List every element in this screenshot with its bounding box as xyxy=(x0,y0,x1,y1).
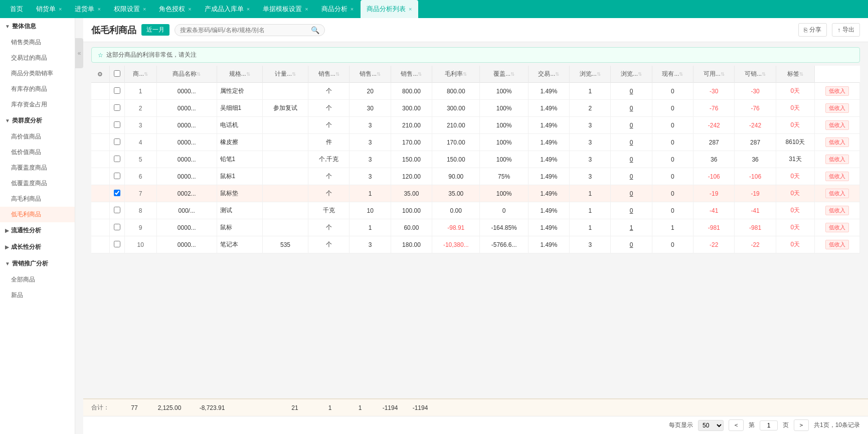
sidebar-item-sales-products[interactable]: 销售类商品 xyxy=(0,35,75,50)
row-view1[interactable]: 0 xyxy=(611,117,652,134)
nav-permission[interactable]: 权限设置 × xyxy=(108,0,152,18)
per-page-select[interactable]: 50 100 200 xyxy=(698,420,724,431)
row-checkbox[interactable] xyxy=(109,185,124,202)
prev-page-button[interactable]: ＜ xyxy=(729,419,744,431)
row-number: 3 xyxy=(124,117,156,134)
search-icon[interactable]: 🔍 xyxy=(311,26,319,34)
col-trade[interactable]: 交易...⇅ xyxy=(528,66,569,83)
close-icon[interactable]: × xyxy=(188,6,191,12)
row-view1[interactable]: 1 xyxy=(611,219,652,236)
col-current-stock[interactable]: 现有...⇅ xyxy=(652,66,693,83)
row-checkbox[interactable] xyxy=(109,134,124,151)
row-checkbox[interactable] xyxy=(109,168,124,185)
export-button[interactable]: ↑ 导出 xyxy=(832,23,860,37)
row-checkbox[interactable] xyxy=(109,219,124,236)
close-icon[interactable]: × xyxy=(97,6,100,12)
sidebar-item-traded-products[interactable]: 交易过的商品 xyxy=(0,50,75,66)
col-view1[interactable]: 浏览...⇅ xyxy=(570,66,611,83)
sidebar-collapse-btn[interactable]: « xyxy=(75,38,83,68)
col-sales-qty[interactable]: 销售...⇅ xyxy=(308,66,350,83)
sidebar-item-high-coverage[interactable]: 高覆盖度商品 xyxy=(0,160,75,176)
row-select-checkbox[interactable] xyxy=(114,224,120,230)
page-number-input[interactable] xyxy=(760,420,778,430)
time-filter-button[interactable]: 近一月 xyxy=(141,24,169,36)
sidebar-item-low-coverage[interactable]: 低覆盖度商品 xyxy=(0,176,75,191)
nav-product-analysis-list[interactable]: 商品分析列表 × xyxy=(361,0,418,18)
row-select-checkbox[interactable] xyxy=(114,241,120,247)
row-view2: 0 xyxy=(652,236,693,253)
close-icon[interactable]: × xyxy=(305,6,308,12)
row-select-checkbox[interactable] xyxy=(114,156,120,162)
close-icon[interactable]: × xyxy=(409,6,412,12)
col-tag[interactable]: 标签⇅ xyxy=(776,66,814,83)
col-name[interactable]: 商品名称⇅ xyxy=(156,66,217,83)
sidebar-item-new-products[interactable]: 新品 xyxy=(0,287,75,303)
sidebar-item-stock-capital[interactable]: 库存资金占用 xyxy=(0,97,75,112)
row-checkbox[interactable] xyxy=(109,100,124,117)
table-row: 1 0000... 属性定价 个 20 800.00 800.00 100% 1… xyxy=(91,83,860,100)
col-sales-price[interactable]: 销售...⇅ xyxy=(350,66,391,83)
row-view1[interactable]: 0 xyxy=(611,134,652,151)
sidebar-item-category-rate[interactable]: 商品分类助销率 xyxy=(0,66,75,81)
nav-product-analysis[interactable]: 商品分析 × xyxy=(315,0,360,18)
row-view1[interactable]: 0 xyxy=(611,185,652,202)
select-all-checkbox[interactable] xyxy=(114,70,120,77)
col-unit[interactable]: 计量...⇅ xyxy=(262,66,308,83)
nav-sales-order[interactable]: 销货单 × xyxy=(30,0,68,18)
row-select-checkbox[interactable] xyxy=(114,190,120,196)
nav-home[interactable]: 首页 xyxy=(4,0,29,18)
sidebar-group-circulation[interactable]: ▶ 流通性分析 xyxy=(0,222,75,239)
sidebar-item-low-margin[interactable]: 低毛利商品 xyxy=(0,207,75,222)
sidebar-item-high-value[interactable]: 高价值商品 xyxy=(0,129,75,144)
row-view1[interactable]: 0 xyxy=(611,100,652,117)
row-select-checkbox[interactable] xyxy=(114,87,120,94)
sidebar-item-low-value[interactable]: 低价值商品 xyxy=(0,144,75,160)
row-checkbox[interactable] xyxy=(109,151,124,168)
share-button[interactable]: ⎘ 分享 xyxy=(798,23,827,37)
row-checkbox[interactable] xyxy=(109,117,124,134)
col-view2[interactable]: 浏览...⇅ xyxy=(611,66,652,83)
nav-role-auth[interactable]: 角色授权 × xyxy=(153,0,197,18)
col-sales-amount[interactable]: 销售...⇅ xyxy=(391,66,432,83)
col-available[interactable]: 可用...⇅ xyxy=(693,66,735,83)
sidebar-group-marketing[interactable]: ▼ 营销推广分析 xyxy=(0,255,75,272)
close-icon[interactable]: × xyxy=(247,6,250,12)
col-settings[interactable]: ⚙ xyxy=(91,66,109,83)
row-code: 0002... xyxy=(156,185,217,202)
sidebar-group-overall[interactable]: ▼ 整体信息 xyxy=(0,18,75,35)
row-view1[interactable]: 0 xyxy=(611,151,652,168)
col-sellable[interactable]: 可销...⇅ xyxy=(735,66,776,83)
col-code[interactable]: 商...⇅ xyxy=(124,66,156,83)
row-checkbox[interactable] xyxy=(109,83,124,100)
row-select-checkbox[interactable] xyxy=(114,121,120,128)
nav-purchase-order[interactable]: 进货单 × xyxy=(69,0,106,18)
row-select-checkbox[interactable] xyxy=(114,173,120,179)
sidebar-item-stocked-products[interactable]: 有库存的商品 xyxy=(0,81,75,97)
col-checkbox[interactable] xyxy=(109,66,124,83)
sidebar-group-growth[interactable]: ▶ 成长性分析 xyxy=(0,239,75,255)
col-gross-margin[interactable]: 毛利率⇅ xyxy=(432,66,480,83)
col-coverage[interactable]: 覆盖...⇅ xyxy=(480,66,528,83)
close-icon[interactable]: × xyxy=(59,6,62,12)
sidebar-group-cluster[interactable]: ▼ 类群度分析 xyxy=(0,112,75,129)
search-input[interactable] xyxy=(180,27,309,34)
row-view1[interactable]: 0 xyxy=(611,168,652,185)
row-view2: 0 xyxy=(652,100,693,117)
row-select-checkbox[interactable] xyxy=(114,104,120,111)
row-select-checkbox[interactable] xyxy=(114,138,120,145)
row-select-checkbox[interactable] xyxy=(114,207,120,213)
next-page-button[interactable]: ＞ xyxy=(794,419,809,431)
close-icon[interactable]: × xyxy=(351,6,354,12)
row-view1[interactable]: 0 xyxy=(611,236,652,253)
row-spec xyxy=(262,83,308,100)
row-view1[interactable]: 0 xyxy=(611,83,652,100)
nav-template-settings[interactable]: 单据模板设置 × xyxy=(257,0,314,18)
row-checkbox[interactable] xyxy=(109,236,124,253)
col-spec[interactable]: 规格...⇅ xyxy=(217,66,262,83)
sidebar-item-all-products[interactable]: 全部商品 xyxy=(0,272,75,287)
row-checkbox[interactable] xyxy=(109,202,124,219)
nav-product-entry[interactable]: 产成品入库单 × xyxy=(199,0,256,18)
sidebar-item-high-margin[interactable]: 高毛利商品 xyxy=(0,191,75,207)
row-view1[interactable]: 0 xyxy=(611,202,652,219)
close-icon[interactable]: × xyxy=(143,6,146,12)
